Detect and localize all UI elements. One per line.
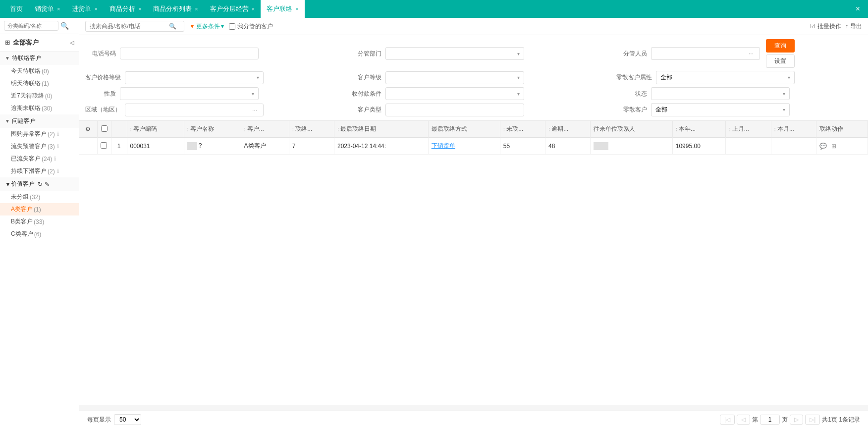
nav-customer-tier-close[interactable]: × (252, 6, 255, 12)
nav-product-analysis[interactable]: 商品分析 × (104, 0, 147, 18)
page-size-select[interactable]: 50 100 200 (114, 414, 141, 425)
page-number-input[interactable] (760, 415, 780, 425)
nav-product-analysis-list[interactable]: 商品分析列表 × (147, 0, 204, 18)
sidebar-item-ungrouped[interactable]: 未分组 (32) (0, 191, 79, 203)
sidebar-item-today-pending[interactable]: 今天待联络 (0) (0, 65, 79, 77)
type-c-count: (6) (34, 231, 42, 238)
nav-purchase[interactable]: 进货单 × (66, 0, 103, 18)
my-customers-checkbox[interactable] (229, 23, 235, 30)
sidebar-item-7days-pending[interactable]: 近7天待联络 (0) (0, 90, 79, 102)
th-this-year[interactable]: : 本年... (672, 121, 726, 138)
filter-search-input[interactable] (90, 23, 169, 30)
churn-warning-label: 流失预警客户 (11, 142, 47, 151)
filter-row-4: 区域（地区） ··· 客户类型 零散客户 全部 ▾ (85, 103, 862, 116)
region-select[interactable]: ··· (125, 104, 264, 116)
retail-attr-value: 全部 (660, 73, 672, 82)
next-page-button[interactable]: ▷ (790, 415, 803, 425)
th-customer-name-sort: : (187, 126, 189, 133)
row-checkbox[interactable] (101, 142, 107, 149)
nav-home-label: 首页 (10, 4, 23, 13)
th-last-contact-date-label: 最后联络日期 (340, 125, 376, 133)
filter-person: 分管人员 ··· 查询 设置 (616, 39, 862, 68)
query-button[interactable]: 查询 (766, 39, 795, 53)
th-customer-name[interactable]: : 客户名称 (184, 121, 241, 138)
select-all-checkbox[interactable] (101, 125, 108, 132)
nav-sales-close[interactable]: × (57, 6, 60, 12)
sidebar-group-pending[interactable]: ▼ 待联络客户 (0, 52, 79, 65)
sidebar-collapse-button[interactable]: ◁ (70, 40, 74, 46)
nav-purchase-close[interactable]: × (94, 6, 97, 12)
sidebar-item-tomorrow-pending[interactable]: 明天待联络 (1) (0, 77, 79, 90)
th-last-month-label: 上月... (732, 125, 749, 133)
th-last-month[interactable]: : 上月... (726, 121, 771, 138)
close-all-tabs[interactable]: × (852, 4, 864, 13)
page-controls: |◁ ◁ 第 页 ▷ ▷| 共1页 1条记录 (720, 415, 860, 425)
th-this-month[interactable]: : 本月... (771, 121, 816, 138)
status-select[interactable]: ▾ (651, 87, 790, 100)
th-contact-count-sort: : (292, 126, 294, 133)
th-not-contacted[interactable]: : 未联... (500, 121, 545, 138)
more-conditions-button[interactable]: ▼ 更多条件 ▾ (189, 22, 224, 31)
filter-search-icon[interactable]: 🔍 (169, 23, 176, 30)
th-contact-count[interactable]: : 联络... (289, 121, 334, 138)
person-select[interactable]: ··· (651, 47, 760, 60)
pay-condition-select[interactable]: ▾ (385, 87, 524, 100)
batch-operation-button[interactable]: ☑ 批量操作 (810, 22, 841, 31)
export-button[interactable]: ↑ 导出 (845, 22, 862, 31)
sidebar-item-hoarding[interactable]: 囤购异常客户 (2) ℹ (0, 128, 79, 140)
nav-product-analysis-list-close[interactable]: × (195, 6, 198, 12)
today-pending-count: (0) (42, 68, 49, 75)
nav-home[interactable]: 首页 (4, 0, 29, 18)
th-overdue[interactable]: : 逾期... (545, 121, 590, 138)
sidebar-item-type-c[interactable]: C类客户 (6) (0, 228, 79, 240)
edit-icon[interactable]: ✎ (45, 181, 50, 188)
sidebar-item-churn-warning[interactable]: 流失预警客户 (3) ℹ (0, 140, 79, 153)
action-more-icon[interactable]: ⊞ (831, 143, 836, 150)
retail-customer-select[interactable]: 全部 ▾ (651, 103, 790, 116)
sidebar-item-overdue-contact[interactable]: 逾期未联络 (30) (0, 102, 79, 114)
settings-button[interactable]: 设置 (766, 54, 795, 68)
query-settings-buttons: 查询 设置 (766, 39, 795, 68)
customer-level-select[interactable]: ▾ (385, 71, 524, 84)
retail-attr-select[interactable]: 全部 ▾ (656, 71, 795, 84)
sidebar-search-button[interactable]: 🔍 (60, 22, 69, 30)
sidebar-item-type-a[interactable]: A类客户 (1) (0, 203, 79, 215)
refresh-icon[interactable]: ↻ (38, 181, 43, 188)
td-last-contact-method[interactable]: 下销货单 (428, 138, 500, 155)
dept-label: 分管部门 (351, 50, 385, 58)
customer-level-label: 客户等级 (351, 73, 385, 82)
first-page-button[interactable]: |◁ (720, 415, 735, 425)
nature-select[interactable]: ▾ (120, 87, 259, 100)
th-settings[interactable]: ⚙ (79, 121, 97, 138)
sidebar-item-declining[interactable]: 持续下滑客户 (2) ℹ (0, 165, 79, 177)
nav-customer-tier[interactable]: 客户分层经营 × (204, 0, 261, 18)
td-checkbox (97, 138, 111, 155)
nav-product-analysis-close[interactable]: × (138, 6, 141, 12)
th-this-year-sort: : (676, 126, 677, 133)
sidebar-group-value[interactable]: ▼ 价值客户 ↻ ✎ (0, 177, 79, 191)
horizontal-scrollbar[interactable] (79, 405, 868, 411)
nav-sales[interactable]: 销货单 × (29, 0, 66, 18)
sidebar-all-customers[interactable]: ⊞ 全部客户 ◁ (0, 34, 79, 52)
nav-customer-contact[interactable]: 客户联络 × (261, 0, 304, 18)
sidebar-search-input[interactable] (4, 21, 58, 31)
th-last-contact-date[interactable]: : 最后联络日期 (334, 121, 428, 138)
sidebar-item-churned[interactable]: 已流失客户 (24) ℹ (0, 153, 79, 165)
price-level-select[interactable]: ▾ (125, 71, 264, 84)
sidebar-group-problem[interactable]: ▼ 问题客户 (0, 114, 79, 128)
td-contact-count: 7 (289, 138, 334, 155)
prev-page-button[interactable]: ◁ (737, 415, 750, 425)
customer-type-select[interactable] (385, 104, 524, 116)
nav-customer-contact-close[interactable]: × (295, 6, 298, 12)
dept-select[interactable]: ▾ (385, 47, 524, 60)
th-overdue-sort: : (548, 126, 550, 133)
last-page-button[interactable]: ▷| (805, 415, 820, 425)
action-chat-icon[interactable]: 💬 (819, 143, 827, 150)
th-customer-code[interactable]: : 客户编码 (127, 121, 184, 138)
last-contact-method-link[interactable]: 下销货单 (432, 142, 455, 149)
th-customer-type[interactable]: : 客户... (241, 121, 289, 138)
phone-input[interactable] (120, 48, 259, 59)
sidebar-item-type-b[interactable]: B类客户 (33) (0, 215, 79, 228)
th-unit-contact[interactable]: 往来单位联系人 (591, 121, 673, 138)
th-last-contact-method[interactable]: 最后联络方式 (428, 121, 500, 138)
